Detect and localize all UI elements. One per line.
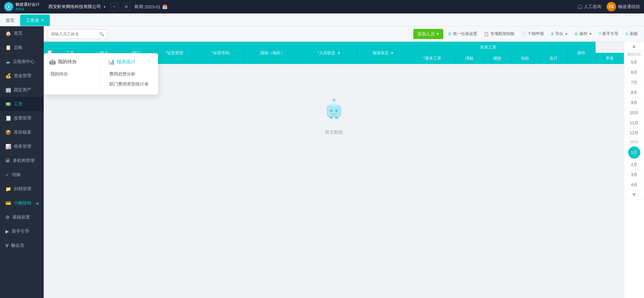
th-status: *人员状态 ▼: [301, 42, 357, 64]
tab-home[interactable]: 首页: [0, 14, 20, 26]
calendar-icon[interactable]: 📅: [162, 4, 167, 9]
th-operation: 操作: [568, 42, 596, 64]
svg-rect-5: [331, 113, 337, 114]
sidebar-item-settings[interactable]: ⚙ 基础设置: [0, 210, 44, 224]
popup-expense-trend[interactable]: 费用趋势分析: [108, 69, 153, 79]
month-year-2023: 2023: [630, 138, 638, 145]
guide-icon: ▶: [5, 229, 9, 234]
add-company-button[interactable]: +: [110, 3, 118, 11]
report-header-icon: 📊: [108, 59, 115, 65]
sidebar-item-tax[interactable]: 📊 税务管理: [0, 139, 44, 154]
popup-columns: 🤖 我的待办 我的待办 📊 报表统计 费用趋势分析: [49, 59, 153, 89]
tab-bar: 首页 工资表 ✕: [0, 13, 644, 26]
user-name-label: 畅捷通组组: [618, 4, 640, 10]
sidebar-label-payroll: 工资: [14, 101, 23, 107]
sidebar-item-closing[interactable]: ✓ 结账: [0, 168, 44, 182]
month-item-3[interactable]: 3月: [624, 170, 644, 180]
month-item-8[interactable]: 8月: [624, 88, 644, 98]
sidebar-label-assets: 固定资产: [14, 87, 31, 93]
user-menu[interactable]: CE 畅捷通组组: [607, 2, 640, 11]
sidebar-label-vip: 畅会员: [11, 242, 24, 249]
sidebar-item-assets[interactable]: 🏢 固定资产: [0, 83, 44, 97]
customer-service-button[interactable]: 🎧 人工咨询: [577, 4, 601, 10]
sidebar-item-payroll[interactable]: 💵 工资: [0, 97, 44, 111]
svg-point-4: [335, 109, 338, 112]
th-id-number: *证照号码: [197, 42, 243, 64]
sidebar-item-archive[interactable]: 📁 归档管理: [0, 182, 44, 196]
company-selector[interactable]: 西安虾米网络科技有限公司 ▼: [48, 4, 106, 10]
org-icon: 🏛: [5, 158, 10, 163]
closing-icon: ✓: [5, 172, 9, 177]
month-item-1[interactable]: 1月: [628, 146, 640, 159]
month-item-9[interactable]: 9月: [624, 98, 644, 108]
empty-robot-svg: [319, 94, 349, 124]
logo-icon: [4, 2, 13, 11]
refresh-button[interactable]: ↻ 刷新: [623, 29, 640, 39]
operations-button[interactable]: ⚙ 操作 ▼: [572, 29, 594, 39]
popup-dept-expense[interactable]: 部门费用类型统计表: [108, 79, 153, 89]
tax-report-button[interactable]: 📄 个税申报: [519, 29, 546, 39]
social-security-icon: ⚙: [448, 32, 452, 36]
month-item-12[interactable]: 12月: [624, 128, 644, 138]
report-filter-icon[interactable]: ▼: [390, 51, 394, 55]
headphone-icon: 🎧: [577, 4, 582, 9]
sidebar-item-guide[interactable]: ▶ 新手引导: [0, 224, 44, 238]
sidebar-collapse-icon: ◀: [36, 201, 38, 205]
popup-report-title: 报表统计: [117, 59, 136, 65]
social-security-button[interactable]: ⚙ 统一社保设置: [446, 29, 479, 39]
svg-rect-6: [330, 117, 333, 119]
status-filter-icon[interactable]: ▼: [337, 51, 341, 55]
month-item-11[interactable]: 11月: [624, 118, 644, 128]
tab-close-icon[interactable]: ✕: [41, 18, 44, 23]
popup-todo-title: 我的待办: [58, 59, 77, 65]
month-item-4[interactable]: 4月: [624, 180, 644, 190]
sidebar-item-ledger[interactable]: 📋 总账: [0, 40, 44, 55]
sidebar-item-invoice[interactable]: 🧾 发票管理: [0, 111, 44, 125]
vip-icon: V: [5, 243, 8, 248]
top-header: 畅捷通好会计 财税金 西安虾米网络科技有限公司 ▼ + ⚙ 账期 2023-01…: [0, 0, 644, 13]
svg-rect-2: [330, 103, 338, 106]
settings-button[interactable]: ⚙: [122, 3, 130, 11]
month-item-7[interactable]: 7月: [624, 78, 644, 88]
popup-report-header: 📊 报表统计: [108, 59, 153, 65]
sidebar-item-cloud-report[interactable]: ☁ 云报表中心: [0, 55, 44, 69]
month-item-10[interactable]: 10月: [624, 108, 644, 118]
popup-col-report: 📊 报表统计 费用趋势分析 部门费用类型统计表: [108, 59, 153, 89]
month-item-5[interactable]: 5月: [624, 58, 644, 68]
sidebar-label-settings: 基础设置: [12, 214, 30, 220]
th-payable-group: 应发工资: [409, 42, 567, 53]
month-item-6[interactable]: 6月: [624, 68, 644, 78]
tab-payroll[interactable]: 工资表 ✕: [20, 14, 50, 26]
main-layout: 🏠 首页 📋 总账 ☁ 云报表中心 💰 资金管理 🏢 固定资产 💵 工资 🧾 发…: [0, 26, 644, 298]
popup-todo-item[interactable]: 我的待办: [49, 69, 94, 79]
table-header-row1: 工号 ↕ *姓名 *部门 *证型类型 *证照号码 国籍（地区） *人员状态 ▼ …: [44, 42, 624, 53]
add-person-button[interactable]: 添加人员 ▼: [413, 29, 444, 39]
search-input[interactable]: [51, 32, 98, 36]
month-nav-up[interactable]: ▲: [624, 42, 644, 51]
svg-rect-1: [327, 106, 341, 117]
th-total: 合计: [539, 53, 567, 64]
month-nav-down[interactable]: ▼: [624, 190, 644, 199]
sidebar-item-home[interactable]: 🏠 首页: [0, 26, 44, 40]
sidebar-item-multi-org[interactable]: 🏛 多机构管理: [0, 154, 44, 168]
export-button[interactable]: ⬇ 导出 ▼: [548, 29, 570, 39]
special-deduction-button[interactable]: 📋 专项附加扣除: [482, 29, 517, 39]
month-item-2[interactable]: 2月: [624, 160, 644, 170]
month-year-label: 2023.01: [628, 51, 641, 58]
th-id-type: *证型类型: [152, 42, 198, 64]
guide-button[interactable]: ? 新手引导: [597, 29, 620, 39]
sidebar-item-inventory[interactable]: 📦 库存核算: [0, 125, 44, 139]
sidebar-label-tax: 税务管理: [14, 143, 31, 150]
sidebar-item-expense[interactable]: 💳 小畅报销 ◀: [0, 196, 44, 210]
sidebar-item-vip[interactable]: V 畅会员: [0, 238, 44, 253]
sidebar-label-archive: 归档管理: [14, 186, 31, 192]
th-report-status: 报送状态 ▼: [357, 42, 409, 64]
popup-divider: [101, 59, 101, 89]
social-security-label: 统一社保设置: [453, 31, 477, 37]
th-deduction: 扣款: [512, 53, 539, 64]
sidebar-label-guide: 新手引导: [12, 228, 29, 234]
period-value: 2023-01: [145, 4, 161, 9]
sidebar-item-fund[interactable]: 💰 资金管理: [0, 69, 44, 83]
expense-icon: 💳: [5, 200, 11, 206]
popup-todo-label: 我的待办: [50, 71, 68, 76]
